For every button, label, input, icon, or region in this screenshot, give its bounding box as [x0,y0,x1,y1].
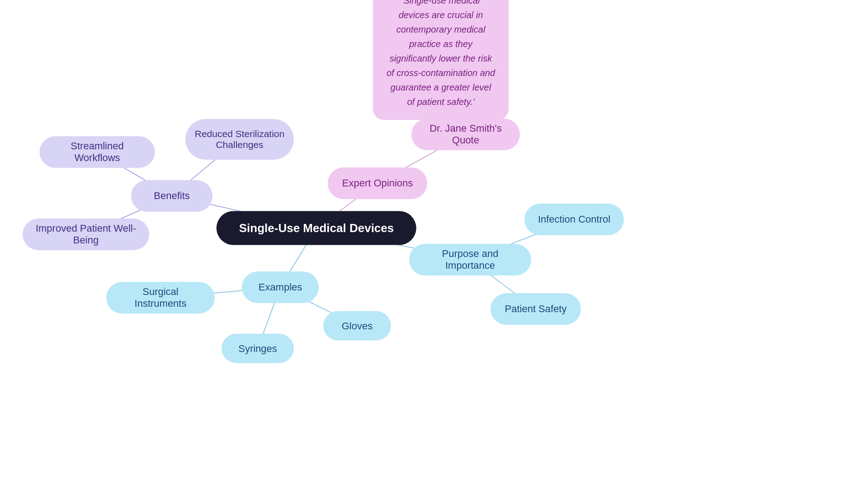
quote-label: 'Single-use medical devices are crucial … [386,0,496,109]
quote-box-node[interactable]: 'Single-use medical devices are crucial … [373,0,509,120]
dr-jane-smith-label: Dr. Jane Smith's Quote [420,123,511,146]
examples-label: Examples [259,281,302,293]
streamlined-workflows-label: Streamlined Workflows [49,140,146,164]
syringes-node[interactable]: Syringes [222,334,294,363]
reduced-sterilization-label: Reduced Sterilization Challenges [195,128,284,150]
surgical-instruments-label: Surgical Instruments [115,286,206,309]
benefits-label: Benefits [154,190,190,202]
streamlined-workflows-node[interactable]: Streamlined Workflows [40,136,155,168]
surgical-instruments-node[interactable]: Surgical Instruments [106,282,215,314]
patient-safety-label: Patient Safety [505,303,567,315]
examples-node[interactable]: Examples [242,271,319,303]
purpose-importance-node[interactable]: Purpose and Importance [409,244,531,276]
improved-patient-node[interactable]: Improved Patient Well-Being [23,219,149,250]
infection-control-label: Infection Control [538,214,610,225]
gloves-node[interactable]: Gloves [323,311,391,341]
expert-opinions-label: Expert Opinions [342,177,413,189]
patient-safety-node[interactable]: Patient Safety [491,293,581,325]
dr-jane-smith-node[interactable]: Dr. Jane Smith's Quote [411,119,520,150]
expert-opinions-node[interactable]: Expert Opinions [328,167,427,199]
center-node[interactable]: Single-Use Medical Devices [217,211,416,245]
benefits-node[interactable]: Benefits [131,180,212,212]
syringes-label: Syringes [238,343,277,354]
infection-control-node[interactable]: Infection Control [524,204,624,235]
center-label: Single-Use Medical Devices [239,221,394,235]
improved-patient-label: Improved Patient Well-Being [32,223,140,246]
reduced-sterilization-node[interactable]: Reduced Sterilization Challenges [185,119,294,160]
purpose-importance-label: Purpose and Importance [420,248,520,271]
gloves-label: Gloves [342,320,373,332]
mindmap-canvas: Single-Use Medical Devices Benefits Redu… [0,0,868,490]
